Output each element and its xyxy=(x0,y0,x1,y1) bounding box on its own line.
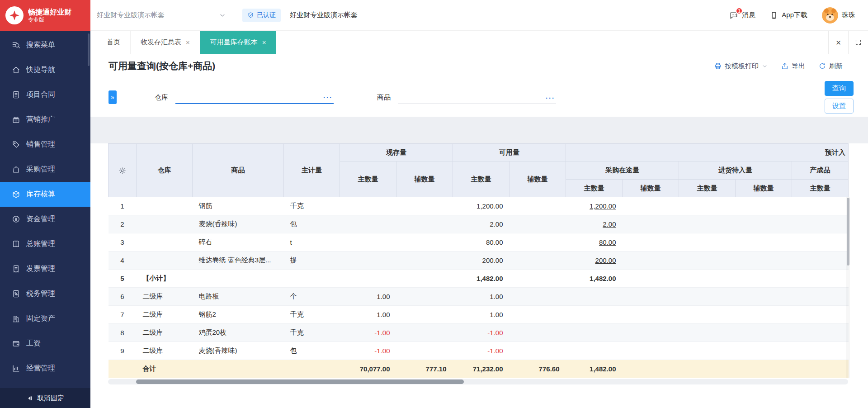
tab-label: 可用量库存账本 xyxy=(210,38,258,47)
table-horizontal-scrollbar[interactable] xyxy=(108,379,848,384)
tab-收发存汇总表[interactable]: 收发存汇总表× xyxy=(131,31,200,54)
messages-button[interactable]: 1 消息 xyxy=(729,11,755,20)
refresh-button[interactable]: 刷新 xyxy=(819,62,843,71)
app-download-label: App下载 xyxy=(782,11,807,19)
table-row[interactable]: 3碎石t80.0080.00 xyxy=(108,233,849,251)
table-row[interactable]: 1钢筋千克1,200.001,200.00 xyxy=(108,197,849,215)
account-switcher[interactable]: 好业财专业版演示帐套 xyxy=(97,11,226,19)
sidebar-item-inventory[interactable]: 库存核算 xyxy=(0,182,90,207)
col-header-unit[interactable]: 主计量 xyxy=(284,144,340,197)
sidebar-item-salary[interactable]: 工资 xyxy=(0,331,90,356)
cell-unit: 包 xyxy=(284,215,340,233)
group-header-onhand: 现存量 xyxy=(340,144,453,161)
col-header-onhand-aux[interactable]: 辅数量 xyxy=(396,161,453,197)
sidebar-item-misc[interactable]: 小轻松记账 xyxy=(0,381,90,388)
settings-button[interactable]: 设置 xyxy=(825,99,854,114)
table-row[interactable]: 9二级库麦烧(香辣味)包-1.00-1.00 xyxy=(108,342,849,360)
warehouse-more-button[interactable]: ··· xyxy=(323,94,334,103)
export-icon xyxy=(781,62,788,70)
cell-finished_main xyxy=(792,197,849,215)
cell-transit_main[interactable]: 80.00 xyxy=(566,233,623,251)
tab-首页[interactable]: 首页 xyxy=(97,31,131,54)
cell-avail_aux xyxy=(509,288,566,306)
tab-close-icon[interactable]: × xyxy=(262,38,266,46)
fullscreen-button[interactable] xyxy=(848,31,868,54)
sidebar-item-project-contract[interactable]: 项目合同 xyxy=(0,82,90,107)
shield-check-icon xyxy=(247,12,254,19)
product-input[interactable]: ··· xyxy=(398,90,556,104)
table-row[interactable]: 7二级库钢筋2千克1.001.00 xyxy=(108,306,849,324)
table-row[interactable]: 5【小计】1,482.001,482.00 xyxy=(108,270,849,288)
col-header-warehouse[interactable]: 仓库 xyxy=(137,144,193,197)
warehouse-label: 仓库 xyxy=(155,93,168,102)
sidebar-scrollbar[interactable] xyxy=(88,33,90,66)
cell-transit_aux xyxy=(623,360,679,378)
cell-onhand_aux: 777.10 xyxy=(396,360,453,378)
sidebar-item-label: 库存核算 xyxy=(26,190,55,199)
sidebar-item-purchase[interactable]: 采购管理 xyxy=(0,157,90,182)
quick-nav-icon xyxy=(12,66,20,74)
table-row[interactable]: 6二级库电路板个1.001.00 xyxy=(108,288,849,306)
sidebar-item-invoice[interactable]: 发票管理 xyxy=(0,256,90,281)
cell-unit xyxy=(284,270,340,288)
user-menu[interactable]: 珠珠 xyxy=(822,7,855,24)
cell-unit: 个 xyxy=(284,288,340,306)
cell-avail_aux xyxy=(509,197,566,215)
cell-transit_main[interactable]: 200.00 xyxy=(566,251,623,270)
cell-onhand_main xyxy=(340,197,396,215)
sidebar-item-fixed-assets[interactable]: 固定资产 xyxy=(0,306,90,331)
cell-finished_main xyxy=(792,233,849,251)
cell-avail_main: -1.00 xyxy=(453,324,509,342)
col-header-available-aux[interactable]: 辅数量 xyxy=(509,161,566,197)
total-row[interactable]: 合计70,077.00777.1071,232.00776.601,482.00 xyxy=(108,360,849,378)
col-header-product[interactable]: 商品 xyxy=(193,144,284,197)
tab-可用量库存账本[interactable]: 可用量库存账本× xyxy=(200,31,276,54)
query-button[interactable]: 查询 xyxy=(825,81,854,96)
sidebar-item-label: 工资 xyxy=(26,339,41,348)
cell-seq: 8 xyxy=(108,324,137,342)
product-more-button[interactable]: ··· xyxy=(546,95,556,104)
sidebar-item-tax[interactable]: 税务管理 xyxy=(0,281,90,306)
cell-onhand_main xyxy=(340,215,396,233)
sidebar-item-funds[interactable]: 资金管理 xyxy=(0,207,90,232)
tab-close-icon[interactable]: × xyxy=(186,38,190,46)
sidebar-item-label: 资金管理 xyxy=(26,214,55,224)
sidebar-item-ledger[interactable]: 总账管理 xyxy=(0,232,90,256)
table-row[interactable]: 2麦烧(香辣味)包2.002.00 xyxy=(108,215,849,233)
table-settings-button[interactable] xyxy=(108,144,137,197)
close-all-tabs-button[interactable]: × xyxy=(828,31,848,54)
sidebar-item-business[interactable]: 经营管理 xyxy=(0,356,90,381)
col-header-incoming-main[interactable]: 主数量 xyxy=(679,180,736,197)
sidebar-item-marketing[interactable]: 营销推广 xyxy=(0,107,90,132)
unpin-sidebar-button[interactable]: 取消固定 xyxy=(0,388,90,408)
page-header: 可用量查询(按仓库+商品) 按模板打印 导出 xyxy=(90,54,868,78)
cell-unit: 千克 xyxy=(284,197,340,215)
sidebar-item-sales[interactable]: 销售管理 xyxy=(0,132,90,157)
col-header-onhand-main[interactable]: 主数量 xyxy=(340,161,396,197)
group-header-expected-in: 预计入 xyxy=(566,144,849,161)
print-by-template-button[interactable]: 按模板打印 xyxy=(714,62,768,71)
table-row[interactable]: 8二级库鸡蛋20枚千克-1.00-1.00 xyxy=(108,324,849,342)
col-header-transit-aux[interactable]: 辅数量 xyxy=(623,180,679,197)
collapse-filter-button[interactable]: » xyxy=(108,90,117,104)
col-header-finished-main[interactable]: 主数量 xyxy=(792,180,849,197)
horizontal-scroll-thumb[interactable] xyxy=(136,380,464,384)
warehouse-input[interactable]: ··· xyxy=(175,90,334,104)
refresh-label: 刷新 xyxy=(829,62,843,71)
col-header-incoming-aux[interactable]: 辅数量 xyxy=(736,180,792,197)
cell-unit: t xyxy=(284,233,340,251)
col-header-available-main[interactable]: 主数量 xyxy=(453,161,509,197)
table-row[interactable]: 4维达卷纸 蓝色经典3层...提200.00200.00 xyxy=(108,251,849,270)
sidebar-item-quick-nav[interactable]: 快捷导航 xyxy=(0,57,90,82)
col-header-transit-main[interactable]: 主数量 xyxy=(566,180,623,197)
cell-transit_main[interactable]: 1,200.00 xyxy=(566,197,623,215)
table-vertical-scrollbar[interactable] xyxy=(846,197,850,378)
export-button[interactable]: 导出 xyxy=(781,62,805,71)
sidebar-item-search-menu[interactable]: 搜索菜单 xyxy=(0,33,90,57)
cell-product xyxy=(193,360,284,378)
cell-transit_main xyxy=(566,306,623,324)
cell-avail_main: 1.00 xyxy=(453,288,509,306)
cell-transit_main[interactable]: 2.00 xyxy=(566,215,623,233)
app-download-button[interactable]: App下载 xyxy=(770,11,807,19)
vertical-scroll-thumb[interactable] xyxy=(847,198,849,266)
